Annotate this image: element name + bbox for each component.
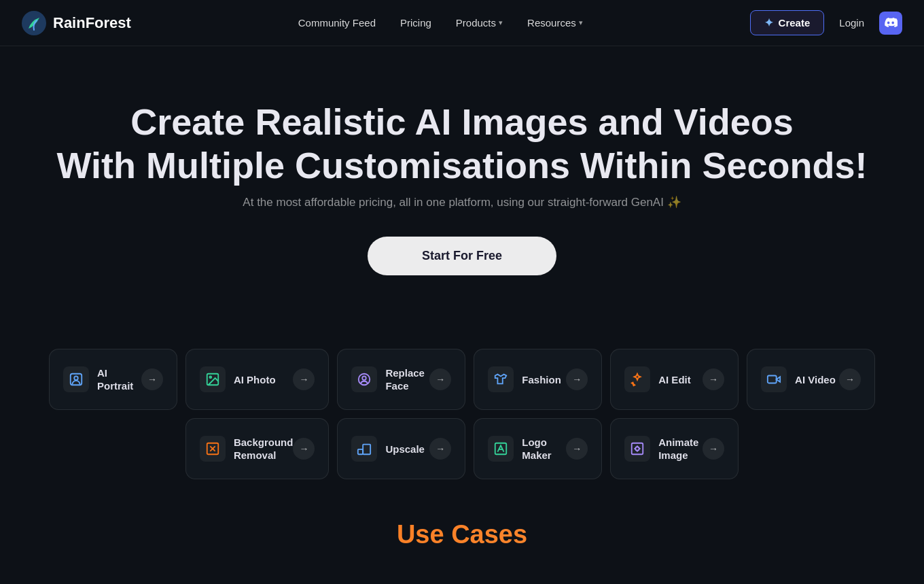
bg-removal-icon [200,436,226,462]
replace-face-icon [351,366,377,392]
feature-label-replace-face: Replace Face [385,366,429,393]
feature-label-ai-photo: AI Photo [234,373,276,387]
svg-rect-7 [768,376,777,383]
ai-video-arrow[interactable]: → [839,368,861,390]
feature-card-replace-face[interactable]: Replace Face → [337,349,465,410]
svg-point-6 [363,377,367,381]
animate-icon [624,436,650,462]
nav-pricing[interactable]: Pricing [391,13,441,33]
animate-arrow[interactable]: → [703,438,724,460]
login-button[interactable]: Login [832,13,871,33]
nav-resources[interactable]: Resources ▾ [518,13,592,33]
feature-label-ai-edit: AI Edit [658,373,691,387]
feature-label-ai-portrait: AI Portrait [97,366,141,393]
ai-video-icon [761,366,787,392]
svg-point-2 [74,377,78,381]
ai-edit-arrow[interactable]: → [703,368,724,390]
feature-card-upscale[interactable]: Upscale → [337,418,465,479]
svg-point-4 [209,377,211,379]
nav-products[interactable]: Products ▾ [446,13,512,33]
create-button[interactable]: ✦ Create [750,10,825,35]
nav-links: Community Feed Pricing Products ▾ Resour… [289,13,592,33]
products-chevron: ▾ [499,18,503,27]
svg-rect-12 [632,443,643,455]
hero-subtitle: At the most affordable pricing, all in o… [14,195,910,209]
logo-maker-icon [488,436,514,462]
bg-removal-arrow[interactable]: → [293,438,315,460]
feature-card-bg-removal[interactable]: Background Removal → [185,418,330,479]
feature-grid: AI Portrait → AI Photo → Replace Face → … [27,349,897,479]
feature-card-ai-video[interactable]: AI Video → [747,349,875,410]
upscale-icon [351,436,377,462]
ai-photo-arrow[interactable]: → [293,368,315,390]
use-cases-heading: Use Cases [14,520,910,549]
ai-portrait-arrow[interactable]: → [141,368,163,390]
feature-card-ai-photo[interactable]: AI Photo → [185,349,330,410]
fashion-arrow[interactable]: → [566,368,588,390]
ai-edit-icon [624,366,650,392]
ai-portrait-icon [63,366,89,392]
replace-face-arrow[interactable]: → [429,368,451,390]
feature-label-logo-maker: Logo Maker [522,436,566,462]
feature-label-fashion: Fashion [522,373,561,387]
feature-label-animate: Animate Image [658,436,703,462]
fashion-icon [488,366,514,392]
feature-card-ai-portrait[interactable]: AI Portrait → [49,349,177,410]
hero-title: Create Realistic AI Images and Videos Wi… [14,101,910,187]
logo-text: RainForest [53,14,131,32]
discord-icon[interactable] [879,12,902,35]
svg-rect-10 [363,445,371,455]
resources-chevron: ▾ [579,18,583,27]
feature-label-upscale: Upscale [385,443,425,456]
feature-card-animate[interactable]: Animate Image → [610,418,739,479]
logo-maker-arrow[interactable]: → [566,438,588,460]
upscale-arrow[interactable]: → [429,438,451,460]
feature-label-ai-video: AI Video [795,373,836,387]
navbar: RainForest Community Feed Pricing Produc… [0,0,924,46]
logo-link[interactable]: RainForest [22,11,131,35]
feature-label-bg-removal: Background Removal [234,436,294,462]
start-for-free-button[interactable]: Start For Free [368,237,556,275]
nav-right: ✦ Create Login [750,10,902,35]
svg-rect-9 [358,449,363,454]
svg-point-13 [635,447,639,451]
use-cases-section: Use Cases [0,479,924,563]
feature-card-fashion[interactable]: Fashion → [474,349,602,410]
nav-community-feed[interactable]: Community Feed [289,13,385,33]
sparkle-icon: ✦ [764,16,773,29]
ai-photo-icon [200,366,226,392]
feature-card-logo-maker[interactable]: Logo Maker → [474,418,602,479]
feature-card-ai-edit[interactable]: AI Edit → [610,349,739,410]
hero-section: Create Realistic AI Images and Videos Wi… [0,46,924,316]
